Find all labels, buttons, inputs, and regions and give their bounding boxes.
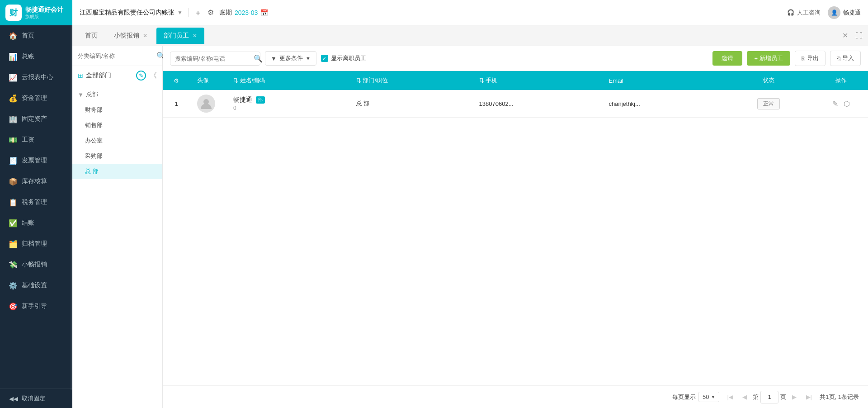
col-email: Email xyxy=(601,71,723,90)
tab-employees-close[interactable]: ✕ xyxy=(193,33,197,39)
pin-button[interactable]: ◀◀ 取消固定 xyxy=(0,389,72,408)
col-dept[interactable]: ⇅ 部门/职位 xyxy=(349,71,472,90)
col-name[interactable]: ⇅ 姓名/编码 xyxy=(226,71,349,90)
add-dept-icon[interactable]: ✎ xyxy=(136,71,146,81)
pin-icon: ◀◀ xyxy=(9,395,18,402)
dept-finance-label: 财务部 xyxy=(85,106,103,113)
table-settings-icon[interactable]: ⚙ xyxy=(174,77,179,84)
sidebar-item-funds-label: 资金管理 xyxy=(22,94,47,102)
dept-group-hq: ▼ 总部 财务部 销售部 办公室 采购部 xyxy=(72,87,162,179)
add-employee-button[interactable]: + 新增员工 xyxy=(747,51,790,66)
sidebar-item-salary[interactable]: 💵 工资 xyxy=(0,129,72,150)
first-page-button[interactable]: |◀ xyxy=(724,391,736,403)
service-label: 人工咨询 xyxy=(797,9,821,17)
sidebar-item-assets-label: 固定资产 xyxy=(22,115,47,123)
filter-button[interactable]: ▼ 更多条件 ▼ xyxy=(265,51,316,66)
dept-finance[interactable]: 财务部 xyxy=(72,102,162,118)
tab-expense[interactable]: 小畅报销 ✕ xyxy=(107,28,155,44)
sidebar-item-reports-label: 云报表中心 xyxy=(22,73,53,81)
dept-general-label: 总 部 xyxy=(85,168,99,175)
show-resigned-label: 显示离职员工 xyxy=(331,54,366,62)
user-menu[interactable]: 👤 畅捷通 xyxy=(828,6,861,19)
dept-general[interactable]: 总 部 xyxy=(72,164,162,179)
sidebar-item-funds[interactable]: 💰 资金管理 xyxy=(0,88,72,109)
logo-icon: 财 xyxy=(5,5,22,21)
calendar-icon[interactable]: 📅 xyxy=(260,9,268,16)
sidebar-item-expense[interactable]: 💸 小畅报销 xyxy=(0,254,72,275)
dept-search-input[interactable] xyxy=(78,52,154,59)
dept-purchase[interactable]: 采购部 xyxy=(72,148,162,164)
sidebar-logo: 财 畅捷通好会计 旗舰版 xyxy=(0,0,72,25)
company-selector[interactable]: 江西服宝精品有限责任公司内账张 ▼ xyxy=(80,9,183,17)
service-button[interactable]: 🎧 人工咨询 xyxy=(787,9,821,17)
page-size-label: 每页显示 xyxy=(672,393,696,401)
dept-sales[interactable]: 销售部 xyxy=(72,118,162,133)
col-actions: 操作 xyxy=(814,71,868,90)
page-navigation: |◀ ◀ 第 页 ▶ ▶| xyxy=(724,391,815,403)
content-area: 🔍 ⊞ 全部部门 ✎ 《 ▼ 总部 xyxy=(72,46,868,408)
tab-home[interactable]: 首页 xyxy=(78,28,105,44)
sidebar-item-assets[interactable]: 🏢 固定资产 xyxy=(0,109,72,129)
sidebar-item-ledger[interactable]: 📊 总账 xyxy=(0,46,72,67)
page-size-dropdown[interactable]: 50 ▼ xyxy=(698,392,719,402)
logo-sub: 旗舰版 xyxy=(25,14,63,20)
collapse-icon[interactable]: 《 xyxy=(150,71,157,81)
sidebar-item-expense-label: 小畅报销 xyxy=(22,261,47,269)
col-phone[interactable]: ⇅ 手机 xyxy=(472,71,602,90)
sidebar-item-home-label: 首页 xyxy=(22,32,34,40)
add-company-button[interactable]: ＋ xyxy=(194,7,202,18)
dept-hq-label: 总部 xyxy=(86,90,98,99)
sidebar-item-guide[interactable]: 🎯 新手引导 xyxy=(0,296,72,317)
all-depts-label: 全部部门 xyxy=(86,71,111,80)
import-icon: ⎗ xyxy=(837,55,840,62)
tab-expense-close[interactable]: ✕ xyxy=(143,33,147,39)
sidebar-item-tax[interactable]: 📋 税务管理 xyxy=(0,192,72,213)
avatar: 👤 xyxy=(828,6,840,19)
inventory-icon: 📦 xyxy=(9,177,17,185)
row-status-cell: 正常 xyxy=(723,90,814,118)
tab-expense-label: 小畅报销 xyxy=(114,32,139,40)
sidebar-item-archive[interactable]: 🗂️ 归档管理 xyxy=(0,233,72,254)
dept-office[interactable]: 办公室 xyxy=(72,133,162,148)
exit-icon[interactable]: ⬡ xyxy=(844,100,850,108)
show-resigned-toggle[interactable]: ✓ 显示离职员工 xyxy=(321,54,366,62)
row-actions-cell: ✎ ⬡ xyxy=(814,90,868,118)
sidebar-item-invoice[interactable]: 🧾 发票管理 xyxy=(0,150,72,171)
settings-icon: ⚙️ xyxy=(9,281,17,289)
close-all-icon[interactable]: ✕ xyxy=(842,31,848,40)
last-page-button[interactable]: ▶| xyxy=(802,391,815,403)
employee-table: ⚙ 头像 ⇅ 姓名/编码 ⇅ 部门/职位 xyxy=(163,71,868,118)
import-button[interactable]: ⎗ 导入 xyxy=(830,51,861,66)
employee-search-icon[interactable]: 🔍 xyxy=(254,54,263,63)
sidebar-item-settings[interactable]: ⚙️ 基础设置 xyxy=(0,275,72,296)
expand-icon[interactable]: ⛶ xyxy=(855,32,863,40)
invite-button[interactable]: 邀请 xyxy=(712,51,742,66)
prev-page-button[interactable]: ◀ xyxy=(738,391,751,403)
employee-search-input[interactable] xyxy=(175,55,251,62)
export-button[interactable]: ⎘ 导出 xyxy=(795,51,826,66)
tab-home-label: 首页 xyxy=(85,32,98,40)
settings-gear-button[interactable]: ⚙ xyxy=(208,8,214,17)
export-icon: ⎘ xyxy=(802,55,805,62)
sidebar-menu: 🏠 首页 📊 总账 📈 云报表中心 💰 资金管理 🏢 固定资产 💵 工资 🧾 发… xyxy=(0,25,72,389)
period-value: 2023-03 xyxy=(235,9,258,16)
sidebar-item-inventory[interactable]: 📦 库存核算 xyxy=(0,171,72,192)
dept-purchase-label: 采购部 xyxy=(85,152,103,159)
pagination-bar: 每页显示 50 ▼ |◀ ◀ 第 页 ▶ ▶| 共1页, 1条记录 xyxy=(163,385,868,408)
sidebar-item-reports[interactable]: 📈 云报表中心 xyxy=(0,67,72,88)
tab-employees[interactable]: 部门员工 ✕ xyxy=(156,28,204,44)
sidebar-item-home[interactable]: 🏠 首页 xyxy=(0,25,72,46)
dept-sales-label: 销售部 xyxy=(85,122,103,128)
sidebar-item-close-label: 结账 xyxy=(22,219,34,227)
edit-icon[interactable]: ✎ xyxy=(832,100,838,108)
sidebar-scrollbar[interactable] xyxy=(71,25,72,390)
next-page-button[interactable]: ▶ xyxy=(788,391,801,403)
username: 畅捷通 xyxy=(843,9,861,17)
employee-phone: 138070602... xyxy=(479,100,514,107)
resigned-checkbox[interactable]: ✓ xyxy=(321,55,328,62)
sidebar-item-tax-label: 税务管理 xyxy=(22,198,47,206)
page-number-input[interactable] xyxy=(760,391,778,403)
sidebar-item-close[interactable]: ✅ 结账 xyxy=(0,213,72,233)
dept-hq[interactable]: ▼ 总部 xyxy=(72,87,162,102)
col-settings[interactable]: ⚙ xyxy=(163,71,190,90)
